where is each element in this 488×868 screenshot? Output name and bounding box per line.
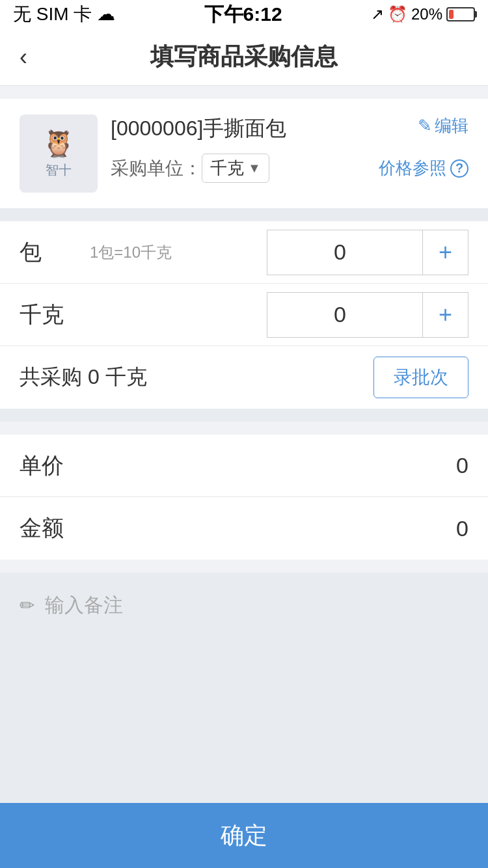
confirm-button[interactable]: 确定 <box>0 803 488 868</box>
nav-bar: ‹ 填写商品采购信息 <box>0 29 488 86</box>
status-right: ↗ ⏰ 20% <box>371 5 475 23</box>
kg-input-container: + <box>267 292 468 338</box>
unit-price-label: 单价 <box>20 451 64 481</box>
product-header: [0000006]手撕面包 ✎ 编辑 <box>111 115 468 143</box>
status-left: 无 SIM 卡 ☁ <box>13 2 115 27</box>
unit-price-row: 单价 0 <box>0 435 488 497</box>
product-image: 🦉 智十 <box>20 115 98 193</box>
price-section: 单价 0 金额 0 <box>0 435 488 560</box>
alarm-icon: ⏰ <box>388 5 407 23</box>
page-title: 填写商品采购信息 <box>150 41 338 73</box>
edit-label: 编辑 <box>435 115 468 137</box>
product-card: 🦉 智十 [0000006]手撕面包 ✎ 编辑 采购单位： 千克 ▼ 价格参照 … <box>0 99 488 208</box>
edit-button[interactable]: ✎ 编辑 <box>418 115 468 137</box>
location-icon: ↗ <box>371 5 384 23</box>
price-ref-label: 价格参照 <box>379 157 446 180</box>
separator-1 <box>0 208 488 221</box>
owl-label: 智十 <box>46 161 72 179</box>
separator-2 <box>0 409 488 422</box>
product-name: [0000006]手撕面包 <box>111 115 286 143</box>
kg-input-row: 千克 + <box>0 284 488 346</box>
kg-label: 千克 <box>20 300 85 330</box>
amount-label: 金额 <box>20 513 64 543</box>
bag-input-row: 包 1包=10千克 + <box>0 221 488 284</box>
status-time: 下午6:12 <box>204 1 282 28</box>
status-bar: 无 SIM 卡 ☁ 下午6:12 ↗ ⏰ 20% <box>0 0 488 29</box>
back-button[interactable]: ‹ <box>13 37 34 77</box>
price-reference-button[interactable]: 价格参照 ? <box>379 157 468 180</box>
bag-input[interactable] <box>267 230 423 275</box>
kg-input[interactable] <box>267 292 423 338</box>
pencil-icon: ✏ <box>20 595 34 616</box>
bag-plus-button[interactable]: + <box>423 230 468 275</box>
note-section[interactable]: ✏ 输入备注 <box>0 573 488 638</box>
amount-value: 0 <box>456 516 468 541</box>
unit-select-dropdown[interactable]: 千克 ▼ <box>202 154 269 183</box>
amount-row: 金额 0 <box>0 497 488 560</box>
sim-status: 无 SIM 卡 ☁ <box>13 2 115 27</box>
unit-value: 千克 <box>210 157 244 180</box>
record-batch-button[interactable]: 录批次 <box>373 357 468 398</box>
chevron-down-icon: ▼ <box>248 161 261 176</box>
note-placeholder: 输入备注 <box>45 592 123 619</box>
unit-price-value: 0 <box>456 453 468 478</box>
product-unit-row: 采购单位： 千克 ▼ 价格参照 ? <box>111 154 468 183</box>
input-section: 包 1包=10千克 + 千克 + 共采购 0 千克 录批次 <box>0 221 488 409</box>
battery-icon <box>446 7 475 21</box>
unit-selector[interactable]: 采购单位： 千克 ▼ <box>111 154 269 183</box>
info-icon: ? <box>450 159 468 178</box>
total-label: 共采购 0 千克 <box>20 363 147 392</box>
bag-label: 包 <box>20 237 85 267</box>
bag-input-container: + <box>267 230 468 275</box>
total-row: 共采购 0 千克 录批次 <box>0 346 488 409</box>
kg-plus-button[interactable]: + <box>423 292 468 338</box>
battery-percent: 20% <box>411 5 442 23</box>
product-info: [0000006]手撕面包 ✎ 编辑 采购单位： 千克 ▼ 价格参照 ? <box>111 115 468 183</box>
empty-space <box>0 638 488 803</box>
owl-icon: 🦉 <box>42 128 75 159</box>
unit-label: 采购单位： <box>111 156 202 181</box>
edit-icon: ✎ <box>418 116 432 136</box>
bag-sub-label: 1包=10千克 <box>90 242 172 263</box>
